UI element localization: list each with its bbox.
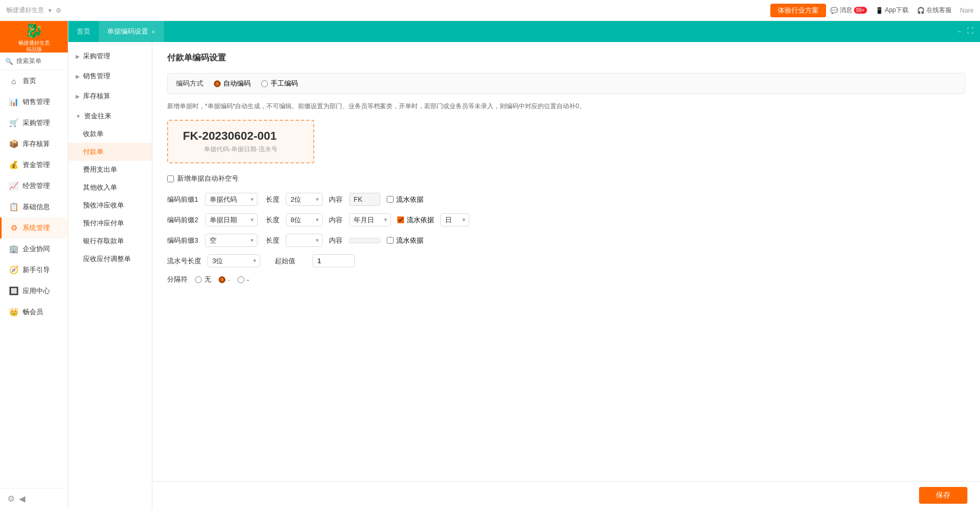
sub-nav-item-prepay-ar[interactable]: 预收冲应收单 <box>68 196 152 214</box>
serial-basis2-checkbox[interactable] <box>397 216 404 223</box>
sidebar-item-finance[interactable]: 💰 资金管理 <box>0 154 68 175</box>
length2-select[interactable]: 8位 <box>286 213 323 226</box>
sub-nav-item-receipt[interactable]: 收款单 <box>68 125 152 143</box>
settings-bottom-button[interactable]: ⚙ <box>7 494 15 504</box>
sidebar-item-guide[interactable]: 🧭 新手引导 <box>0 259 68 281</box>
encoding-method-label: 编码方式 <box>176 79 203 88</box>
serial-basis3-checkbox[interactable] <box>387 237 394 244</box>
prefix2-select[interactable]: 单据日期 <box>205 213 257 226</box>
tab-home[interactable]: 首页 <box>68 21 99 42</box>
search-label: 搜索菜单 <box>16 57 42 66</box>
online-service-link[interactable]: 🎧 在线客服 <box>917 6 952 15</box>
tab-encoding-settings[interactable]: 单据编码设置 × <box>99 21 164 42</box>
user-name[interactable]: Nare <box>960 7 974 14</box>
sub-nav-item-arapp-adjust[interactable]: 应收应付调整单 <box>68 250 152 268</box>
sub-nav-group-title-purchase[interactable]: ▶ 采购管理 <box>68 47 152 65</box>
manual-code-radio[interactable] <box>261 80 268 87</box>
serial-basis1-text: 流水依据 <box>396 195 424 204</box>
sidebar-item-member[interactable]: 👑 畅会员 <box>0 302 68 323</box>
arrow-icon: ▶ <box>76 54 80 59</box>
serial-basis1-label[interactable]: 流水依据 <box>387 195 424 204</box>
tab-close-button[interactable]: × <box>151 28 156 36</box>
sidebar-item-inventory[interactable]: 📦 库存核算 <box>0 133 68 154</box>
length3-label: 长度 <box>266 236 280 245</box>
separator-dot-option[interactable]: · <box>219 276 230 284</box>
sub-nav-group-title-sales[interactable]: ▶ 销售管理 <box>68 67 152 85</box>
length3-select-wrap <box>286 234 323 247</box>
start-value-input[interactable] <box>313 254 355 267</box>
serial-length-select-wrap: 3位 <box>208 254 260 267</box>
serial-basis2-label[interactable]: 流水依据 <box>397 215 434 225</box>
auto-fill-checkbox[interactable] <box>167 175 174 182</box>
window-maximize-button[interactable]: ⛶ <box>967 27 974 36</box>
length1-select-wrap: 2位 <box>286 193 323 206</box>
sidebar-item-operation[interactable]: 📈 经营管理 <box>0 175 68 196</box>
sub-nav-item-payment[interactable]: 付款单 <box>68 143 152 161</box>
preview-description: 单据代码-单据日期-流水号 <box>183 145 298 154</box>
sidebar-item-sales[interactable]: 📊 销售管理 <box>0 91 68 112</box>
sidebar-item-system[interactable]: ⚙ 系统管理 <box>0 217 68 238</box>
separator-none-option[interactable]: 无 <box>195 275 211 284</box>
app-icon: 📱 <box>875 7 883 14</box>
top-bar: 畅捷通好生意 ▾ ⚙ 体验行业方案 💬 消息 99+ 📱 App下载 🎧 在线客… <box>0 0 980 21</box>
dropdown-arrow[interactable]: ▾ <box>48 7 51 14</box>
separator-dash-radio[interactable] <box>238 276 244 283</box>
sidebar-item-app[interactable]: 🔲 应用中心 <box>0 281 68 302</box>
sub-nav-group-sales: ▶ 销售管理 <box>68 67 152 85</box>
length1-select[interactable]: 2位 <box>286 193 323 206</box>
sub-nav-item-other-income[interactable]: 其他收入单 <box>68 179 152 196</box>
purchase-icon: 🛒 <box>9 118 18 128</box>
serial-basis1-checkbox[interactable] <box>387 196 394 203</box>
sidebar-item-home[interactable]: ⌂ 首页 <box>0 70 68 91</box>
industry-solution-button[interactable]: 体验行业方案 <box>770 4 826 17</box>
sidebar-item-basic[interactable]: 📋 基础信息 <box>0 196 68 217</box>
separator-none-radio[interactable] <box>195 276 202 283</box>
settings-icon[interactable]: ⚙ <box>56 7 61 14</box>
sidebar-item-purchase[interactable]: 🛒 采购管理 <box>0 112 68 133</box>
sub-nav-group-purchase: ▶ 采购管理 <box>68 47 152 65</box>
content1-value: FK <box>349 193 380 206</box>
length2-select-wrap: 8位 <box>286 213 323 226</box>
window-minimize-button[interactable]: － <box>956 27 963 36</box>
message-icon-wrap[interactable]: 💬 消息 99+ <box>830 6 867 15</box>
prefix3-select[interactable]: 空 <box>205 234 257 247</box>
sidebar-item-label: 资金管理 <box>23 160 50 170</box>
content2-select[interactable]: 年月日 <box>349 213 391 226</box>
sub-nav-group-title-inventory[interactable]: ▶ 库存核算 <box>68 87 152 105</box>
manual-code-option[interactable]: 手工编码 <box>261 79 298 88</box>
sidebar-item-label: 系统管理 <box>23 223 50 233</box>
active-tab-label: 单据编码设置 <box>107 27 148 36</box>
auto-code-option[interactable]: 自动编码 <box>214 79 251 88</box>
serial-length-select[interactable]: 3位 <box>208 254 260 267</box>
separator-dash-option[interactable]: - <box>238 276 249 284</box>
serial-number-row: 流水号长度 3位 起始值 <box>167 254 965 267</box>
content1-label: 内容 <box>329 195 343 204</box>
save-button[interactable]: 保存 <box>919 487 967 504</box>
collapse-button[interactable]: ◀ <box>19 494 25 504</box>
serial-basis3-label[interactable]: 流水依据 <box>387 236 424 245</box>
enterprise-icon: 🏢 <box>9 244 18 254</box>
sub-nav-item-prepay-ap[interactable]: 预付冲应付单 <box>68 214 152 232</box>
sub-nav-item-bank[interactable]: 银行存取款单 <box>68 232 152 250</box>
separator-none-label: 无 <box>204 275 211 284</box>
prefix1-select[interactable]: 单据代码 <box>205 193 257 206</box>
sidebar-item-label: 销售管理 <box>23 97 50 107</box>
content-wrapper: 首页 单据编码设置 × － ⛶ ▶ 采购管理 <box>68 21 980 509</box>
auto-code-label: 自动编码 <box>223 79 251 88</box>
sidebar-item-enterprise[interactable]: 🏢 企业协同 <box>0 238 68 259</box>
main-wrap: 🐉 畅捷通好生意 拓品版 🔍 搜索菜单 ⌂ 首页 📊 销售管理 🛒 采购管理 <box>0 21 980 509</box>
service-icon: 🎧 <box>917 7 925 14</box>
auto-code-radio[interactable] <box>214 80 221 87</box>
sidebar: 🐉 畅捷通好生意 拓品版 🔍 搜索菜单 ⌂ 首页 📊 销售管理 🛒 采购管理 <box>0 21 68 509</box>
content3-label: 内容 <box>329 236 343 245</box>
app-download-link[interactable]: 📱 App下载 <box>875 6 909 15</box>
sub-nav-group-title-finance[interactable]: ▼ 资金往来 <box>68 107 152 125</box>
arrow-icon: ▶ <box>76 94 80 99</box>
separator-dot-radio[interactable] <box>219 276 225 283</box>
sidebar-search[interactable]: 🔍 搜索菜单 <box>0 53 68 70</box>
sidebar-item-label: 企业协同 <box>23 244 50 254</box>
length3-select[interactable] <box>286 234 323 247</box>
operation-icon: 📈 <box>9 181 18 191</box>
sub-nav-item-expense[interactable]: 费用支出单 <box>68 161 152 179</box>
granularity-select[interactable]: 日 <box>440 213 469 226</box>
